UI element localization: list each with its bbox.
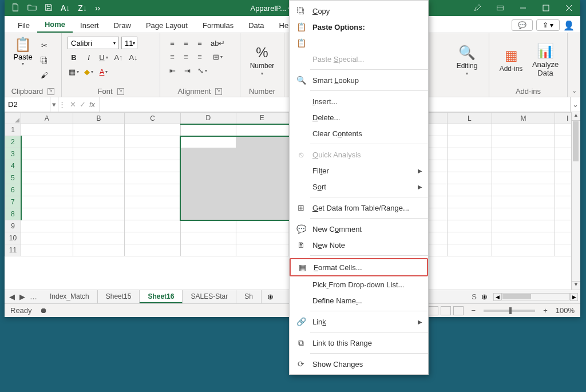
zoom-slider[interactable] [484,310,535,312]
cell-B5[interactable] [73,172,125,184]
tab-formulas[interactable]: Formulas [195,18,241,33]
align-left-button[interactable]: ≡ [166,50,179,63]
menu-delete[interactable]: Delete... [290,109,428,125]
orientation-button[interactable]: ⤡ [196,64,208,77]
align-bottom-button[interactable]: ≡ [193,37,206,49]
row-header-8[interactable]: 8 [5,208,21,220]
cell-M11[interactable] [492,244,555,256]
collapse-ribbon-icon[interactable]: ⌄ [572,87,577,94]
cell-C1[interactable] [125,124,180,136]
ribbon-display-icon[interactable] [489,0,512,16]
select-all-cell[interactable] [5,113,21,124]
cell-A5[interactable] [21,172,73,184]
zoom-out-button[interactable]: − [472,306,476,315]
cell-B8[interactable] [73,208,125,220]
menu-paste-options[interactable]: 📋Paste Options: [290,19,428,35]
font-size-select[interactable]: 11▾ [121,37,137,49]
col-header-B[interactable]: B [73,113,125,124]
tab-page-layout[interactable]: Page Layout [138,18,195,33]
zoom-level[interactable]: 100% [556,306,575,315]
cell-B10[interactable] [73,232,125,244]
cell-D2[interactable] [180,136,236,148]
cut-icon[interactable]: ✂ [38,39,50,52]
cell-B2[interactable] [73,136,125,148]
save-icon[interactable] [45,3,53,13]
hscroll-left[interactable]: ◀ [493,293,501,301]
page-layout-view-button[interactable] [441,306,451,315]
cell-E7[interactable] [236,196,288,208]
cell-C8[interactable] [125,208,180,220]
cell-C11[interactable] [125,244,180,256]
align-top-button[interactable]: ≡ [166,37,179,49]
insert-function-icon[interactable]: fx [89,100,95,109]
cell-A11[interactable] [21,244,73,256]
cell-M8[interactable] [492,208,555,220]
row-header-4[interactable]: 4 [5,160,21,172]
font-launcher[interactable] [117,88,124,95]
cell-A3[interactable] [21,148,73,160]
row-header-7[interactable]: 7 [5,196,21,208]
merge-button[interactable]: ⊞ [211,50,225,63]
cell-D11[interactable] [180,244,236,256]
vertical-scrollbar[interactable]: ▲▼ [571,112,580,290]
tab-draw[interactable]: Draw [106,18,138,33]
row-header-3[interactable]: 3 [5,148,21,160]
cell-E9[interactable] [236,220,288,232]
col-header-D[interactable]: D [180,113,236,124]
cell-B3[interactable] [73,148,125,160]
cell-M4[interactable] [492,160,555,172]
italic-button[interactable]: I [82,51,95,64]
menu-link-to-this-range[interactable]: ⧉Link to this Range [290,335,428,351]
cell-B4[interactable] [73,160,125,172]
cell-M1[interactable] [492,124,555,136]
menu-link[interactable]: 🔗Link▶ [290,314,428,330]
row-header-6[interactable]: 6 [5,184,21,196]
cell-L9[interactable] [448,220,492,232]
cell-E3[interactable] [236,148,288,160]
sheet-tab-sales-star[interactable]: SALES-Star [183,290,236,303]
cell-L10[interactable] [448,232,492,244]
cell-E8[interactable] [236,208,288,220]
menu-pick-from-drop-down-list[interactable]: Pick From Drop-down List... [290,276,428,292]
cell-C7[interactable] [125,196,180,208]
name-box-dropdown[interactable]: ▾ [50,97,58,112]
copy-icon[interactable]: ⿻ [38,54,50,66]
close-button[interactable] [557,0,580,16]
decrease-indent-button[interactable]: ⇤ [166,64,179,77]
cell-L5[interactable] [448,172,492,184]
cell-L8[interactable] [448,208,492,220]
cell-M3[interactable] [492,148,555,160]
account-icon[interactable]: 👤 [563,20,575,31]
cell-D5[interactable] [180,172,236,184]
cell-L4[interactable] [448,160,492,172]
cell-L2[interactable] [448,136,492,148]
share-button[interactable]: ⇪ ▾ [536,19,560,31]
cancel-formula-icon[interactable]: ✕ [70,100,76,109]
align-middle-button[interactable]: ≡ [180,37,192,49]
cell-C6[interactable] [125,184,180,196]
qat-more-icon[interactable]: ›› [95,3,100,13]
cell-E10[interactable] [236,232,288,244]
cell-M2[interactable] [492,136,555,148]
cell-D3[interactable] [180,148,236,160]
cell-L3[interactable] [448,148,492,160]
menu-get-data-from-table-range[interactable]: ⊞Get Data from Table/Range... [290,200,428,216]
menu-option[interactable]: 📋 [290,35,428,51]
menu-clear-contents[interactable]: Clear Contents [290,125,428,141]
menu-copy[interactable]: ⿻Copy [290,3,428,19]
tab-data[interactable]: Data [241,18,271,33]
fill-color-button[interactable]: ◆ [82,65,95,78]
open-file-icon[interactable] [27,3,37,13]
cell-E2[interactable] [236,136,288,148]
cell-B6[interactable] [73,184,125,196]
row-header-2[interactable]: 2 [5,136,21,148]
cell-L11[interactable] [448,244,492,256]
col-header-E[interactable]: E [236,113,288,124]
sheet-tab-sheet16[interactable]: Sheet16 [140,290,183,303]
maximize-button[interactable] [534,0,557,16]
cell-L7[interactable] [448,196,492,208]
sheet-nav-next[interactable]: ▶ [19,292,25,301]
pencil-icon[interactable] [466,0,489,16]
col-header-A[interactable]: A [21,113,73,124]
col-header-M[interactable]: M [492,113,555,124]
